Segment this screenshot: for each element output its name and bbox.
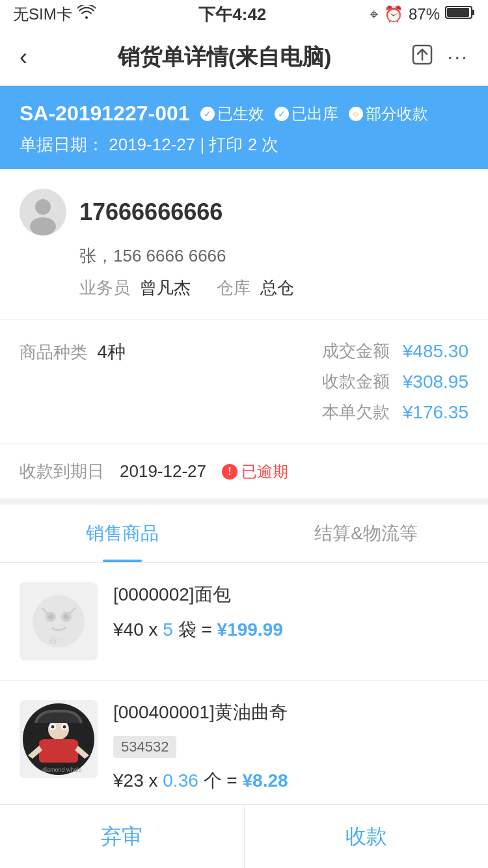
tab-products[interactable]: 销售商品 — [0, 505, 244, 562]
deal-amount-row: 成交金额 ¥485.30 — [322, 340, 468, 362]
product-total-1: ¥199.99 — [217, 619, 283, 640]
svg-rect-2 — [447, 8, 469, 17]
received-label: 收款金额 — [322, 370, 390, 393]
tab-settlement[interactable]: 结算&物流等 — [244, 505, 488, 562]
badge-delivered: ✓ 已出库 — [275, 103, 338, 124]
clock-icon: ○ — [349, 107, 363, 121]
sales-name: 曾凡杰 — [140, 278, 191, 297]
check-icon-2: ✓ — [275, 107, 289, 121]
carrier-text: 无SIM卡 — [13, 4, 72, 25]
date-label: 单据日期： — [20, 135, 104, 154]
product-sku-2: 534532 — [113, 736, 176, 758]
due-date: 2019-12-27 — [120, 461, 206, 481]
svg-point-18 — [63, 726, 66, 729]
badge-effective: ✓ 已生效 — [200, 103, 264, 124]
received-amount: ¥308.95 — [403, 372, 468, 392]
overdue-icon: ! — [222, 464, 237, 480]
badge-partial-payment: ○ 部分收款 — [349, 103, 428, 124]
wifi-icon — [77, 5, 96, 23]
due-section: 收款到期日 2019-12-27 ! 已逾期 — [0, 444, 488, 504]
due-label: 收款到期日 — [20, 460, 104, 483]
sales-label: 业务员 — [79, 278, 130, 297]
battery-text: 87% — [409, 5, 440, 23]
product-price-2: ¥23 x 0.36 个 = ¥8.28 — [113, 768, 468, 793]
order-id: SA-20191227-001 — [20, 102, 190, 126]
alarm-icon: ⏰ — [384, 5, 403, 23]
overdue-label: 已逾期 — [241, 461, 288, 482]
cancel-button[interactable]: 弃审 — [0, 805, 245, 868]
customer-avatar — [20, 189, 66, 236]
check-icon: ✓ — [200, 107, 215, 121]
svg-text:品+: 品+ — [49, 636, 61, 645]
debt-amount: ¥176.35 — [403, 402, 468, 423]
product-thumb-2: diamond whale — [20, 700, 98, 778]
product-name-2: [000400001]黄油曲奇 — [113, 700, 468, 725]
back-button[interactable]: ‹ — [20, 44, 59, 71]
svg-point-6 — [30, 217, 56, 236]
status-right: ⌖ ⏰ 87% — [370, 5, 475, 23]
battery-icon — [445, 5, 475, 23]
product-list: 品+ [0000002]面包 ¥40 x 5 袋 = ¥199.99 — [0, 563, 488, 813]
received-amount-row: 收款金额 ¥308.95 — [322, 370, 468, 393]
product-info-2: [000400001]黄油曲奇 534532 ¥23 x 0.36 个 = ¥8… — [113, 700, 468, 793]
list-item: 品+ [0000002]面包 ¥40 x 5 袋 = ¥199.99 — [0, 563, 488, 681]
svg-point-17 — [51, 726, 55, 729]
page-title: 销货单详情(来自电脑) — [59, 42, 390, 72]
svg-text:diamond whale: diamond whale — [42, 766, 82, 773]
stats-right: 成交金额 ¥485.30 收款金额 ¥308.95 本单欠款 ¥176.35 — [322, 340, 468, 424]
product-price-1: ¥40 x 5 袋 = ¥199.99 — [113, 617, 468, 642]
bottom-bar: 弃审 收款 — [0, 804, 488, 868]
location-icon: ⌖ — [370, 5, 379, 23]
debt-amount-row: 本单欠款 ¥176.35 — [322, 401, 468, 424]
customer-section: 17666666666 张，156 6666 6666 业务员 曾凡杰 仓库 总… — [0, 169, 488, 319]
svg-point-5 — [35, 199, 51, 215]
status-left: 无SIM卡 — [13, 4, 96, 25]
order-header: SA-20191227-001 ✓ 已生效 ✓ 已出库 ○ 部分收款 单据日期：… — [0, 86, 488, 169]
customer-meta: 业务员 曾凡杰 仓库 总仓 — [20, 277, 468, 299]
more-icon[interactable]: ··· — [447, 45, 468, 69]
deal-amount: ¥485.30 — [403, 341, 468, 362]
types-label: 商品种类 — [20, 342, 87, 362]
svg-rect-19 — [39, 740, 78, 763]
status-badges: ✓ 已生效 ✓ 已出库 ○ 部分收款 — [200, 103, 428, 124]
customer-name: 17666666666 — [79, 198, 223, 226]
product-info-1: [0000002]面包 ¥40 x 5 袋 = ¥199.99 — [113, 582, 468, 642]
product-qty-1: 5 — [163, 619, 173, 640]
tabs: 销售商品 结算&物流等 — [0, 505, 488, 563]
product-thumb-1: 品+ — [20, 582, 98, 660]
deal-label: 成交金额 — [322, 340, 390, 362]
types-value: 4种 — [97, 342, 126, 362]
order-date-value: 2019-12-27 — [109, 135, 195, 154]
confirm-button[interactable]: 收款 — [245, 805, 489, 868]
order-date-row: 单据日期： 2019-12-27 | 打印 2 次 — [20, 133, 468, 156]
list-item: diamond whale [000400001]黄油曲奇 534532 ¥23… — [0, 681, 488, 813]
status-time: 下午4:42 — [198, 3, 266, 26]
product-total-2: ¥8.28 — [242, 770, 288, 791]
customer-info: 张，156 6666 6666 — [20, 245, 468, 267]
nav-bar: ‹ 销货单详情(来自电脑) ··· — [0, 29, 488, 86]
debt-label: 本单欠款 — [322, 401, 390, 424]
share-icon[interactable] — [411, 43, 434, 71]
nav-actions: ··· — [390, 43, 468, 71]
warehouse-name: 总仓 — [260, 278, 294, 297]
print-info: | 打印 2 次 — [200, 135, 278, 154]
product-name-1: [0000002]面包 — [113, 582, 468, 607]
overdue-badge: ! 已逾期 — [222, 461, 288, 482]
product-qty-2: 0.36 — [163, 770, 198, 791]
status-bar: 无SIM卡 下午4:42 ⌖ ⏰ 87% — [0, 0, 488, 29]
warehouse-label: 仓库 — [217, 278, 251, 297]
stats-section: 商品种类 4种 成交金额 ¥485.30 收款金额 ¥308.95 本单欠款 ¥… — [0, 320, 488, 443]
svg-rect-1 — [472, 10, 474, 15]
